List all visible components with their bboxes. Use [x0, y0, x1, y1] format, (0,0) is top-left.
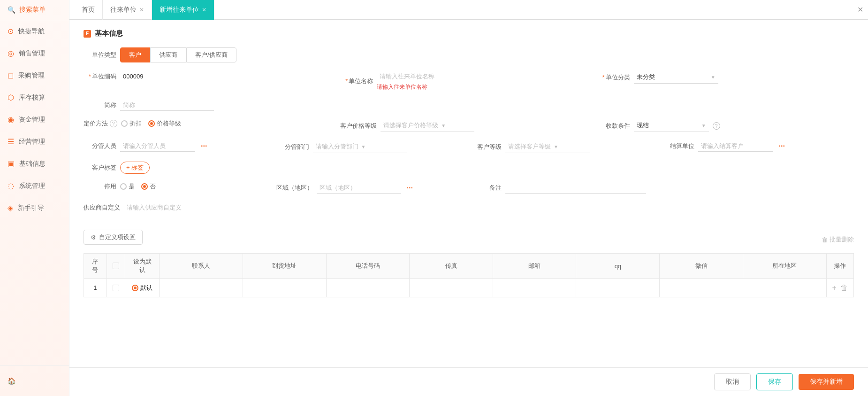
disabled-radio-group: 是 否 [120, 182, 156, 191]
sidebar-item-operation[interactable]: ☰经营管理 [0, 131, 69, 153]
row-address[interactable] [243, 279, 327, 297]
payment-terms-select[interactable]: 现结 ▼ [634, 119, 709, 132]
batch-delete-label: 批量删除 [830, 235, 854, 244]
level-radio [148, 120, 155, 127]
settlement-input[interactable] [698, 140, 773, 152]
row-checkbox[interactable] [107, 279, 125, 297]
customer-price-label: 客户价格等级 [340, 122, 377, 130]
default-label: 默认 [140, 284, 152, 292]
row-email[interactable] [493, 279, 576, 297]
tab-close-icon[interactable]: ✕ [139, 7, 144, 13]
sidebar-item-bottom-1[interactable]: 🏠 [0, 371, 69, 391]
sidebar-item-guide[interactable]: ◈新手引导 [0, 197, 69, 219]
disabled-yes[interactable]: 是 [120, 182, 135, 191]
discount-radio [121, 120, 128, 127]
sidebar-item-inventory[interactable]: ⬡库存核算 [0, 86, 69, 109]
unit-category-field: *单位分类 未分类 ▼ [597, 71, 854, 84]
close-all-tabs[interactable]: ✕ [857, 5, 863, 14]
short-name-input[interactable] [120, 100, 214, 111]
customer-level-select[interactable]: 请选择客户等级 ▼ [505, 140, 590, 153]
region-field: 区域（地区） ··· [276, 182, 469, 194]
row-contact[interactable] [160, 279, 243, 297]
cancel-button[interactable]: 取消 [714, 373, 751, 390]
delete-row-icon[interactable]: 🗑 [840, 284, 848, 292]
main-content: 首页往来单位✕新增往来单位✕ ✕ F 基本信息 单位类型 客户供应商客户/供应商… [69, 0, 868, 396]
batch-delete-button[interactable]: 🗑 批量删除 [822, 235, 854, 244]
region-more-icon[interactable]: ··· [405, 184, 415, 192]
tags-row: 客户标签 + 标签 [84, 162, 854, 174]
row-region[interactable] [743, 279, 826, 297]
add-row-icon[interactable]: + [832, 284, 837, 292]
sidebar-label: 销售管理 [19, 49, 45, 58]
sidebar-icon: ◌ [8, 181, 14, 190]
row-qq[interactable] [576, 279, 660, 297]
type-btn-customer[interactable]: 客户 [120, 47, 150, 62]
short-name-field: 简称 [84, 100, 214, 111]
region-input[interactable] [317, 182, 401, 194]
header-checkbox[interactable] [113, 263, 119, 269]
tab-partner[interactable]: 往来单位✕ [103, 0, 152, 20]
settlement-label: 结算单位 [662, 142, 694, 150]
sidebar-bottom: 🏠 [0, 365, 69, 396]
manager-input[interactable] [120, 140, 195, 152]
pricing-discount[interactable]: 折扣 [121, 119, 142, 128]
save-new-button[interactable]: 保存并新增 [799, 374, 854, 390]
dept-field: 分管部门 请输入分管部门 ▼ [276, 140, 469, 153]
sidebar-label: 采购管理 [18, 71, 45, 80]
tab-close-icon[interactable]: ✕ [202, 7, 206, 13]
save-button[interactable]: 保存 [756, 373, 793, 390]
customer-level-placeholder: 请选择客户等级 [508, 142, 551, 151]
payment-help-icon[interactable]: ? [713, 122, 720, 130]
sidebar-item-purchase[interactable]: ◻采购管理 [0, 64, 69, 86]
supplier-custom-input[interactable] [124, 202, 227, 213]
customer-price-placeholder: 请选择客户价格等级 [383, 121, 438, 130]
unit-code-input[interactable] [120, 71, 214, 82]
pricing-level[interactable]: 价格等级 [148, 119, 181, 128]
sidebar-item-quick-nav[interactable]: ⊙快捷导航 [0, 20, 69, 42]
region-label: 区域（地区） [276, 184, 313, 192]
table-body: 1 默认 [84, 279, 854, 297]
sidebar-item-system[interactable]: ◌系统管理 [0, 175, 69, 197]
batch-delete-icon: 🗑 [822, 236, 828, 243]
sidebar-label: 基础信息 [19, 160, 46, 168]
level-label: 价格等级 [157, 119, 181, 128]
unit-category-label: *单位分类 [597, 73, 630, 82]
search-menu-item[interactable]: 🔍 搜索菜单 [0, 0, 69, 20]
manager-more-icon[interactable]: ··· [199, 142, 209, 150]
row-default: 默认 [125, 279, 160, 297]
unit-category-select[interactable]: 未分类 ▼ [634, 71, 718, 84]
dept-select[interactable]: 请输入分管部门 ▼ [313, 140, 407, 153]
default-radio[interactable] [132, 285, 138, 291]
row-checkbox-box[interactable] [113, 285, 119, 291]
type-btn-both[interactable]: 客户/供应商 [186, 47, 236, 62]
tab-home[interactable]: 首页 [74, 0, 103, 20]
type-btn-supplier[interactable]: 供应商 [150, 47, 186, 62]
dept-placeholder: 请输入分管部门 [316, 142, 358, 151]
sidebar-item-basic[interactable]: ▣基础信息 [0, 153, 69, 175]
tab-add-partner[interactable]: 新增往来单位✕ [152, 0, 214, 20]
table-header-cell: 操作 [826, 254, 853, 279]
remark-field: 备注 [469, 182, 854, 194]
customer-price-select[interactable]: 请选择客户价格等级 ▼ [381, 119, 474, 132]
settlement-more-icon[interactable]: ··· [777, 142, 787, 150]
sidebar-icon: ☰ [8, 137, 14, 146]
row-fax[interactable] [410, 279, 493, 297]
row-wechat[interactable] [660, 279, 743, 297]
disabled-no[interactable]: 否 [141, 182, 156, 191]
sidebar-item-finance[interactable]: ◉资金管理 [0, 109, 69, 131]
custom-settings-button[interactable]: ⚙ 自定义项设置 [84, 230, 143, 245]
row-phone[interactable] [326, 279, 410, 297]
disabled-row: 停用 是 否 区域（地区） ··· [84, 182, 854, 194]
unit-name-input[interactable] [377, 71, 480, 82]
row-actions: + 🗑 [826, 279, 853, 297]
sidebar-item-sales[interactable]: ◎销售管理 [0, 42, 69, 64]
disabled-field: 停用 是 否 [84, 182, 276, 191]
remark-input[interactable] [505, 182, 646, 194]
search-menu-label: 搜索菜单 [19, 6, 46, 14]
table-header-cell: 邮箱 [493, 254, 576, 279]
pricing-help-icon[interactable]: ? [110, 120, 117, 127]
payment-terms-value: 现结 [637, 121, 699, 130]
dept-label: 分管部门 [276, 143, 309, 151]
add-tag-button[interactable]: + 标签 [120, 162, 150, 174]
home-icon: 🏠 [8, 377, 15, 385]
